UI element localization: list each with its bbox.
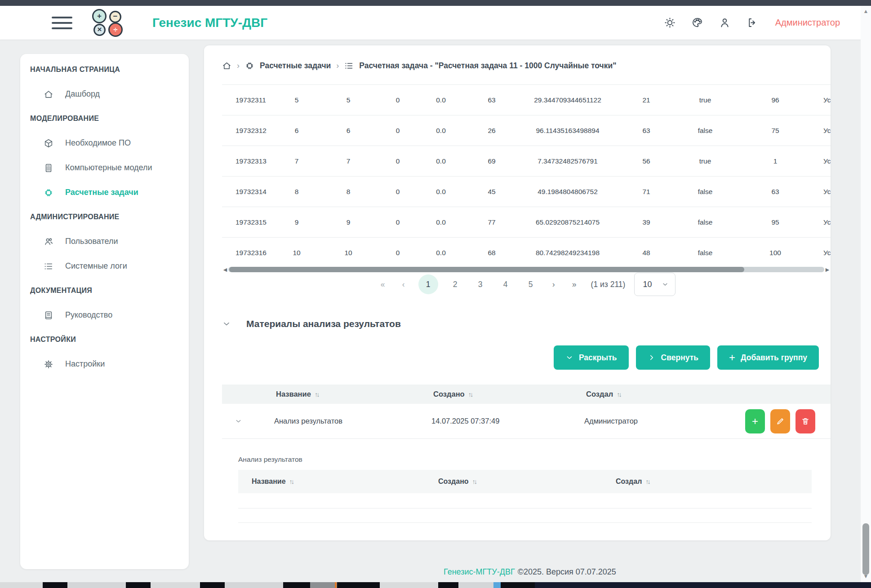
subtable-empty-row [238,508,812,523]
sidebar-item-label: Пользователи [65,237,118,246]
breadcrumb-section-link[interactable]: Расчетные задачи [260,61,331,71]
cell-status: Ус [822,238,831,266]
materials-table-row[interactable]: Анализ результатов 14.07.2025 07:37:49 А… [222,404,831,439]
pagination-next[interactable]: › [548,280,560,289]
theme-toggle-icon[interactable] [664,17,676,29]
app-header: + − × ÷ Генезис МГТУ-ДВГ Администратор [0,6,861,40]
sort-icon[interactable]: ↑↓ [617,391,621,398]
column-header-created[interactable]: Создано ↑↓ [431,477,602,486]
pagination-page-1[interactable]: 1 [418,274,438,294]
sidebar-section-title: АДМИНИСТРИРОВАНИЕ [20,205,189,229]
sort-icon[interactable]: ↑↓ [289,478,293,485]
table-row[interactable]: 19732316101000.06880.7429824923419848fal… [222,238,831,266]
cell-blue: 95 [729,207,822,238]
scroll-up-arrow-icon[interactable]: ▲ [861,8,871,14]
sidebar-item-dashboard[interactable]: Дашборд [20,82,189,106]
column-label: Создано [438,477,469,486]
column-label: Создал [586,390,613,398]
page-size-select[interactable]: 10 [634,273,675,296]
pagination-page-2[interactable]: 2 [447,280,463,289]
sidebar-item-tasks[interactable]: Расчетные задачи [20,180,189,205]
collapse-all-button[interactable]: Свернуть [636,345,710,370]
section-collapse-icon[interactable] [222,319,231,328]
footer-brand-link[interactable]: Генезис-МГТУ-ДВГ [444,567,515,577]
edit-button[interactable] [770,409,790,433]
sidebar-item-label: Необходимое ПО [65,138,131,148]
cell-g: 63 [611,115,681,146]
cell-flag: false [681,115,729,146]
cell-zero: 0 [373,177,422,207]
cell-zero: 0 [373,115,422,146]
sidebar-item-software[interactable]: Необходимое ПО [20,131,189,155]
pagination-first[interactable]: « [377,280,389,289]
pagination-pages: 12345 [418,274,539,294]
cell-status: Ус [822,177,831,207]
table-row[interactable]: 197323126600.02696.1143516349889463false… [222,115,831,146]
palette-icon[interactable] [691,17,704,29]
cell-blue: 1 [729,146,822,177]
sidebar-item-label: Дашборд [65,89,100,99]
sidebar: НАЧАЛЬНАЯ СТРАНИЦАДашбордМОДЕЛИРОВАНИЕНе… [20,54,189,569]
pagination-page-3[interactable]: 3 [472,280,489,289]
logo-minus-icon: − [109,11,121,23]
scroll-down-arrow-icon[interactable]: ▼ [861,573,871,579]
user-role-label: Администратор [775,18,840,28]
column-header-name[interactable]: Название ↑↓ [270,390,427,398]
sidebar-item-settings[interactable]: Настройки [20,352,189,376]
column-header-created[interactable]: Создано ↑↓ [427,390,580,398]
delete-button[interactable] [795,409,815,433]
sidebar-item-users[interactable]: Пользователи [20,229,189,254]
cell-zero: 0 [373,85,422,115]
column-header-name[interactable]: Название ↑↓ [238,477,431,486]
cell-n: 63 [459,85,524,115]
table-row[interactable]: 197323115500.06329.34470934465112221true… [222,85,831,115]
sort-icon[interactable]: ↑↓ [315,391,319,398]
expand-all-button[interactable]: Раскрыть [554,345,629,370]
cell-b: 10 [324,238,373,266]
cell-g: 39 [611,207,681,238]
breadcrumb-tasks-icon [245,61,254,71]
sort-icon[interactable]: ↑↓ [468,391,472,398]
logout-icon[interactable] [746,17,759,29]
cell-a: 7 [270,146,324,177]
sidebar-item-logs[interactable]: Системные логи [20,254,189,279]
chevron-right-icon [648,354,656,362]
breadcrumb-home-icon[interactable] [222,61,231,71]
app-logo: + − × ÷ [91,9,142,37]
subtable-header: Название ↑↓ Создано ↑↓ Создал ↑↓ [238,470,812,493]
sidebar-section-title: НАЧАЛЬНАЯ СТРАНИЦА [20,57,189,82]
row-expand-icon[interactable] [222,417,270,425]
user-icon[interactable] [719,17,731,29]
cell-a: 5 [270,85,324,115]
sidebar-item-models[interactable]: Компьютерные модели [20,155,189,180]
results-table: 197323115500.06329.34470934465112221true… [222,85,831,266]
column-header-creator[interactable]: Создал ↑↓ [580,390,737,398]
pagination-page-5[interactable]: 5 [523,280,539,289]
pagination-prev[interactable]: ‹ [398,280,409,289]
add-group-button[interactable]: + Добавить группу [717,345,819,370]
vertical-scrollbar[interactable]: ▲ ▼ [861,6,871,582]
sort-icon[interactable]: ↑↓ [472,478,476,485]
cell-blue: 96 [729,85,822,115]
cell-g: 21 [611,85,681,115]
pagination-last[interactable]: » [569,280,580,289]
app-title: Генезис МГТУ-ДВГ [152,16,267,30]
vertical-scrollbar-thumb[interactable] [862,523,869,575]
pagination-page-4[interactable]: 4 [498,280,514,289]
sidebar-section-title: ДОКУМЕНТАЦИЯ [20,279,189,303]
page-footer: Генезис-МГТУ-ДВГ ©2025. Версия 07.07.202… [189,564,871,579]
sidebar-item-manual[interactable]: Руководство [20,303,189,327]
add-item-button[interactable]: + [745,409,765,433]
table-row[interactable]: 197323159900.07765.0292087521407539false… [222,207,831,238]
sort-icon[interactable]: ↑↓ [645,478,649,485]
material-name: Анализ результатов [270,417,427,425]
cell-value: 65.02920875214075 [524,207,611,238]
cube-icon [44,138,53,148]
table-row[interactable]: 197323137700.0697.3473248257679156true1У… [222,146,831,177]
table-row[interactable]: 197323148800.04549.198480480675271false6… [222,177,831,207]
column-header-creator[interactable]: Создал ↑↓ [602,477,812,486]
calculator-icon [44,163,53,173]
subtable-empty-row [238,493,812,508]
cell-id: 19732312 [222,115,270,146]
menu-toggle-button[interactable] [52,17,72,29]
